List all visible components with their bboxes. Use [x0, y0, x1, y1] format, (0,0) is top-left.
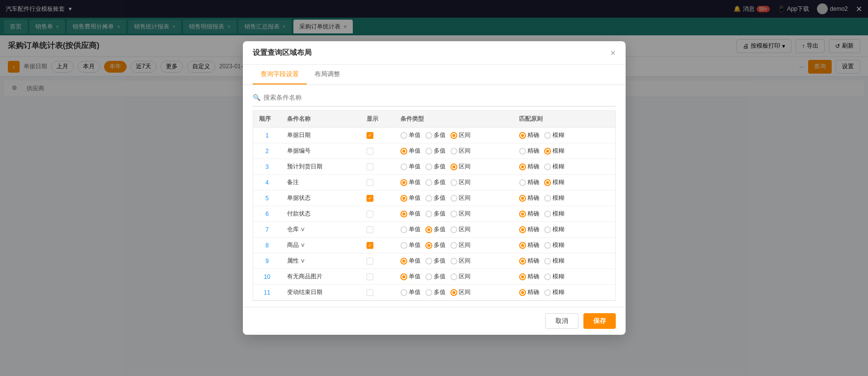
row-1-type-区间-radio[interactable]	[450, 148, 457, 155]
row-7-match-精确-radio[interactable]	[519, 242, 526, 249]
row-5-type-多值[interactable]: 多值	[425, 210, 446, 218]
row-7-type-单值-radio[interactable]	[400, 242, 407, 249]
row-7-show-checkbox[interactable]	[367, 242, 373, 249]
row-7-match-模糊-radio[interactable]	[544, 242, 551, 249]
row-7-match-模糊[interactable]: 模糊	[544, 241, 564, 249]
row-5-match-模糊-radio[interactable]	[544, 211, 551, 217]
row-0-type-区间-radio[interactable]	[450, 132, 457, 139]
row-7-type-多值-radio[interactable]	[425, 242, 432, 249]
row-10-match-模糊[interactable]: 模糊	[544, 288, 564, 296]
row-7-type-单值[interactable]: 单值	[400, 241, 421, 249]
row-6-type-多值[interactable]: 多值	[425, 225, 446, 234]
row-5-match-模糊[interactable]: 模糊	[544, 210, 564, 218]
row-0-type-区间[interactable]: 区间	[450, 131, 471, 139]
row-1-type-区间[interactable]: 区间	[450, 147, 471, 155]
row-10-show-cell[interactable]	[361, 285, 395, 300]
row-10-type-单值-radio[interactable]	[400, 289, 407, 296]
row-6-match-精确-radio[interactable]	[519, 226, 526, 233]
row-2-show-cell[interactable]	[361, 159, 395, 175]
row-2-match-精确-radio[interactable]	[519, 163, 526, 170]
row-1-type-多值[interactable]: 多值	[425, 147, 446, 155]
row-1-match-精确-radio[interactable]	[519, 148, 526, 155]
row-1-type-单值-radio[interactable]	[400, 148, 407, 155]
row-7-match-精确[interactable]: 精确	[519, 241, 539, 249]
row-7-show-cell[interactable]	[361, 238, 395, 253]
row-7-type-区间[interactable]: 区间	[450, 241, 471, 249]
row-7-type-区间-radio[interactable]	[450, 242, 457, 249]
row-2-type-单值-radio[interactable]	[400, 163, 407, 170]
row-1-show-cell[interactable]	[361, 143, 395, 159]
save-button[interactable]: 保存	[583, 313, 616, 329]
tab-layout[interactable]: 布局调整	[307, 65, 348, 84]
row-5-type-区间-radio[interactable]	[450, 211, 457, 217]
row-5-match-精确[interactable]: 精确	[519, 210, 539, 218]
row-0-type-多值[interactable]: 多值	[425, 131, 446, 139]
row-5-type-单值-radio[interactable]	[400, 211, 407, 217]
row-10-type-多值[interactable]: 多值	[425, 288, 446, 296]
row-6-match-精确[interactable]: 精确	[519, 225, 539, 234]
row-6-type-单值-radio[interactable]	[400, 226, 407, 233]
row-3-type-区间[interactable]: 区间	[450, 178, 471, 187]
row-3-match-模糊-radio[interactable]	[544, 179, 551, 186]
row-10-type-多值-radio[interactable]	[425, 289, 432, 296]
row-8-type-多值[interactable]: 多值	[425, 257, 446, 265]
row-9-type-区间-radio[interactable]	[450, 273, 457, 280]
row-4-type-多值-radio[interactable]	[425, 195, 432, 202]
row-9-show-cell[interactable]	[361, 269, 395, 285]
row-10-match-精确[interactable]: 精确	[519, 288, 539, 296]
row-1-match-精确[interactable]: 精确	[519, 147, 539, 155]
row-8-show-checkbox[interactable]	[367, 258, 373, 265]
row-8-match-模糊-radio[interactable]	[544, 258, 551, 265]
row-6-show-cell[interactable]	[361, 222, 395, 238]
row-0-type-单值[interactable]: 单值	[400, 131, 421, 139]
row-3-show-cell[interactable]	[361, 175, 395, 190]
row-3-type-多值[interactable]: 多值	[425, 178, 446, 187]
row-10-show-checkbox[interactable]	[367, 289, 373, 296]
row-6-match-模糊-radio[interactable]	[544, 226, 551, 233]
row-8-match-模糊[interactable]: 模糊	[544, 257, 564, 265]
row-1-show-checkbox[interactable]	[367, 148, 373, 155]
row-9-type-区间[interactable]: 区间	[450, 272, 471, 281]
row-6-type-区间-radio[interactable]	[450, 226, 457, 233]
row-2-show-checkbox[interactable]	[367, 163, 373, 170]
row-8-show-cell[interactable]	[361, 253, 395, 269]
row-8-match-精确-radio[interactable]	[519, 258, 526, 265]
row-4-match-精确-radio[interactable]	[519, 195, 526, 202]
row-2-type-多值-radio[interactable]	[425, 163, 432, 170]
row-6-type-区间[interactable]: 区间	[450, 225, 471, 234]
row-4-type-多值[interactable]: 多值	[425, 194, 446, 202]
row-9-type-多值-radio[interactable]	[425, 273, 432, 280]
row-6-match-模糊[interactable]: 模糊	[544, 225, 564, 234]
row-8-type-单值-radio[interactable]	[400, 258, 407, 265]
row-8-type-多值-radio[interactable]	[425, 258, 432, 265]
row-3-type-单值-radio[interactable]	[400, 179, 407, 186]
row-0-match-精确[interactable]: 精确	[519, 131, 539, 139]
row-8-type-区间-radio[interactable]	[450, 258, 457, 265]
row-2-type-单值[interactable]: 单值	[400, 162, 421, 171]
row-5-show-checkbox[interactable]	[367, 211, 373, 217]
row-4-match-模糊[interactable]: 模糊	[544, 194, 564, 202]
row-10-match-精确-radio[interactable]	[519, 289, 526, 296]
row-10-type-单值[interactable]: 单值	[400, 288, 421, 296]
row-5-type-单值[interactable]: 单值	[400, 210, 421, 218]
row-3-type-多值-radio[interactable]	[425, 179, 432, 186]
row-4-match-模糊-radio[interactable]	[544, 195, 551, 202]
row-8-match-精确[interactable]: 精确	[519, 257, 539, 265]
row-3-type-区间-radio[interactable]	[450, 179, 457, 186]
row-0-type-单值-radio[interactable]	[400, 132, 407, 139]
row-4-type-区间-radio[interactable]	[450, 195, 457, 202]
row-5-type-多值-radio[interactable]	[425, 211, 432, 217]
row-0-match-模糊-radio[interactable]	[544, 132, 551, 139]
row-8-type-区间[interactable]: 区间	[450, 257, 471, 265]
row-4-show-checkbox[interactable]	[367, 195, 373, 202]
row-9-type-单值-radio[interactable]	[400, 273, 407, 280]
row-4-match-精确[interactable]: 精确	[519, 194, 539, 202]
row-0-type-多值-radio[interactable]	[425, 132, 432, 139]
row-10-type-区间[interactable]: 区间	[450, 288, 471, 296]
row-1-match-模糊-radio[interactable]	[544, 148, 551, 155]
row-2-type-多值[interactable]: 多值	[425, 162, 446, 171]
row-2-match-模糊-radio[interactable]	[544, 163, 551, 170]
row-0-match-精确-radio[interactable]	[519, 132, 526, 139]
row-6-type-单值[interactable]: 单值	[400, 225, 421, 234]
row-4-type-单值-radio[interactable]	[400, 195, 407, 202]
